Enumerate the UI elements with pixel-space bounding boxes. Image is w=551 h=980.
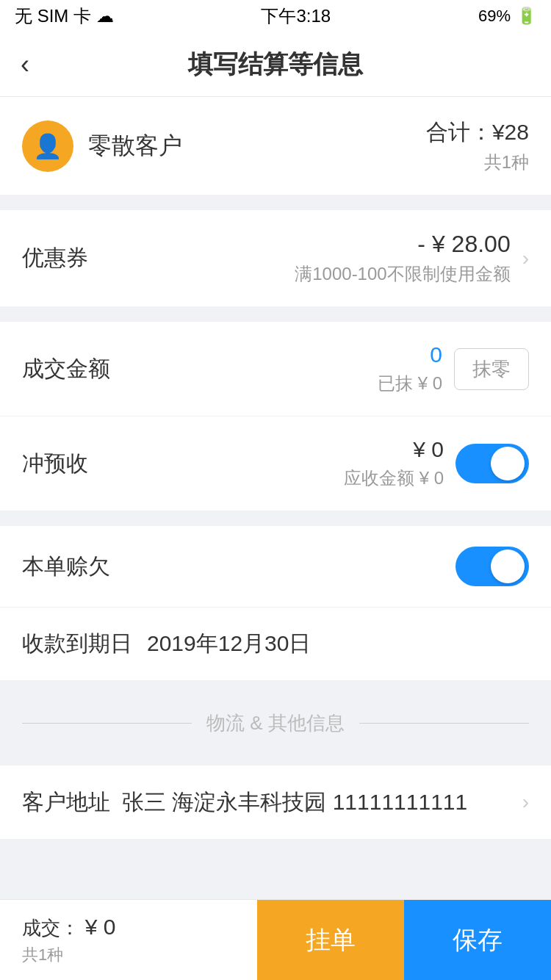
round-zero-button[interactable]: 抹零 (454, 348, 529, 390)
deal-amount-value: 0 (430, 342, 442, 367)
status-bar: 无 SIM 卡 ☁ 下午3:18 69% 🔋 (0, 0, 551, 32)
back-button[interactable]: ‹ (21, 49, 29, 80)
status-right: 69% 🔋 (478, 7, 536, 26)
deal-amount-right: 0 已抹 ¥ 0 抹零 (378, 342, 529, 395)
due-date-value: 2019年12月30日 (147, 629, 311, 659)
credit-row: 本单赊欠 (0, 526, 551, 608)
save-button[interactable]: 保存 (404, 900, 551, 981)
due-date-label: 收款到期日 (22, 629, 132, 659)
bottom-count: 共1种 (22, 944, 235, 966)
customer-name: 零散客户 (88, 130, 182, 162)
battery-icon: 🔋 (516, 7, 536, 26)
bottom-deal-row: 成交： ¥ 0 (22, 915, 235, 941)
coupon-label: 优惠券 (22, 243, 88, 273)
coupon-discount: - ¥ 28.00 (417, 231, 510, 258)
address-section: 客户地址 张三 海淀永丰科技园 11111111111 › (0, 765, 551, 839)
sim-label: 无 SIM 卡 ☁ (15, 4, 114, 28)
coupon-amount-col: - ¥ 28.00 满1000-100不限制使用金额 (295, 231, 510, 286)
logistics-section-label: 物流 & 其他信息 (0, 696, 551, 751)
prepayment-label: 冲预收 (22, 449, 88, 479)
deal-amount-sub: 已抹 ¥ 0 (378, 372, 442, 395)
coupon-chevron-icon: › (522, 247, 529, 270)
prepayment-amount-col: ¥ 0 应收金额 ¥ 0 (344, 437, 444, 490)
customer-row: 👤 零散客户 合计：¥28 共1种 (0, 97, 551, 195)
prepayment-sub: 应收金额 ¥ 0 (344, 466, 444, 490)
customer-right: 合计：¥28 共1种 (426, 118, 529, 174)
deal-amount-col: 0 已抹 ¥ 0 (378, 342, 442, 395)
prepayment-value: ¥ 0 (413, 437, 444, 462)
logistics-label-text: 物流 & 其他信息 (206, 710, 345, 736)
address-left: 客户地址 张三 海淀永丰科技园 11111111111 (22, 788, 467, 818)
bottom-bar: 成交： ¥ 0 共1种 挂单 保存 (0, 899, 551, 980)
customer-avatar: 👤 (22, 120, 73, 172)
page-title: 填写结算等信息 (188, 48, 363, 82)
divider-3 (0, 511, 551, 526)
credit-toggle-knob (491, 550, 525, 583)
customer-count: 共1种 (426, 151, 529, 174)
divider-4 (0, 681, 551, 696)
nav-bar: ‹ 填写结算等信息 (0, 32, 551, 97)
status-time: 下午3:18 (261, 4, 331, 28)
status-left: 无 SIM 卡 ☁ (15, 4, 114, 28)
coupon-description: 满1000-100不限制使用金额 (295, 262, 510, 286)
address-value: 张三 海淀永丰科技园 11111111111 (122, 788, 467, 818)
coupon-row[interactable]: 优惠券 - ¥ 28.00 满1000-100不限制使用金额 › (0, 210, 551, 307)
address-chevron-icon: › (522, 790, 529, 814)
deal-amount-label: 成交金额 (22, 354, 110, 384)
prepayment-toggle[interactable] (455, 444, 529, 483)
avatar-icon: 👤 (33, 132, 62, 160)
address-row[interactable]: 客户地址 张三 海淀永丰科技园 11111111111 › (0, 765, 551, 839)
divider-2 (0, 307, 551, 322)
coupon-right: - ¥ 28.00 满1000-100不限制使用金额 › (295, 231, 529, 286)
deal-amount-row: 成交金额 0 已抹 ¥ 0 抹零 (0, 322, 551, 417)
credit-right (455, 547, 529, 586)
main-content: 👤 零散客户 合计：¥28 共1种 优惠券 - ¥ 28.00 满1000-10… (0, 97, 551, 927)
customer-left: 👤 零散客户 (22, 120, 182, 172)
divider-1 (0, 195, 551, 210)
prepayment-toggle-knob (491, 447, 525, 480)
deal-amount-section: 成交金额 0 已抹 ¥ 0 抹零 冲预收 ¥ 0 应收金额 ¥ 0 (0, 322, 551, 511)
bottom-info: 成交： ¥ 0 共1种 (0, 915, 257, 966)
due-date-row: 收款到期日 2019年12月30日 (0, 608, 551, 681)
credit-label: 本单赊欠 (22, 552, 110, 582)
coupon-section: 优惠券 - ¥ 28.00 满1000-100不限制使用金额 › (0, 210, 551, 307)
bottom-deal-label: 成交： (22, 917, 79, 939)
battery-label: 69% (478, 7, 511, 26)
customer-total: 合计：¥28 (426, 118, 529, 148)
prepayment-row: 冲预收 ¥ 0 应收金额 ¥ 0 (0, 417, 551, 511)
hang-button[interactable]: 挂单 (257, 900, 404, 981)
bottom-deal-amount: ¥ 0 (85, 915, 116, 939)
prepayment-right: ¥ 0 应收金额 ¥ 0 (344, 437, 529, 490)
credit-section: 本单赊欠 收款到期日 2019年12月30日 (0, 526, 551, 681)
address-label: 客户地址 (22, 788, 110, 818)
customer-section: 👤 零散客户 合计：¥28 共1种 (0, 97, 551, 195)
divider-5 (0, 751, 551, 765)
credit-toggle[interactable] (455, 547, 529, 586)
